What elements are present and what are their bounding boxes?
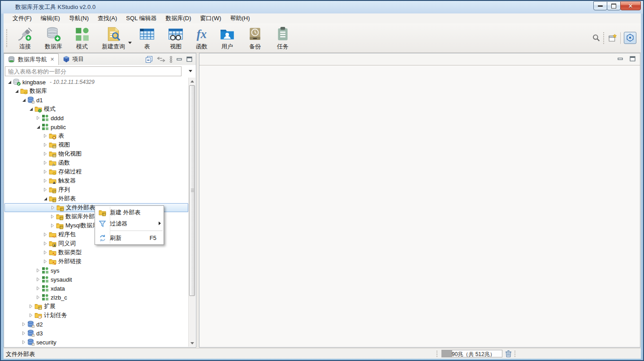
tree-row-sys[interactable]: sys — [4, 266, 188, 275]
tree-row-函数[interactable]: fx函数 — [4, 158, 188, 167]
tree-row-序列[interactable]: 序列 — [4, 185, 188, 194]
tree-scrollbar[interactable] — [188, 78, 195, 347]
menu-item[interactable]: 窗口(W) — [196, 13, 226, 23]
tree-expand-arrow-icon[interactable] — [22, 331, 26, 335]
toolbar-drag-handle[interactable] — [6, 29, 9, 47]
link-editor-icon[interactable] — [157, 57, 165, 62]
tree-expand-arrow-icon[interactable] — [36, 116, 40, 120]
tree-row-外部链接[interactable]: 外部链接 — [4, 257, 188, 266]
toolbar-new-query-button[interactable]: 新建查询 — [96, 26, 131, 51]
tree-row-数据类型[interactable]: 数据类型 — [4, 248, 188, 257]
tree-expand-arrow-icon[interactable] — [29, 313, 33, 318]
tree-row-视图[interactable]: 视图 — [4, 140, 188, 149]
toolbar-backup-button[interactable]: 备份 — [241, 26, 269, 51]
restore-button[interactable] — [607, 1, 621, 10]
tree-collapse-arrow-icon[interactable] — [43, 197, 48, 201]
tree-row-d1[interactable]: d1 — [4, 96, 188, 104]
menu-item[interactable]: SQL 编辑器 — [121, 13, 161, 23]
maximize-view-icon[interactable] — [186, 57, 192, 62]
tree-collapse-arrow-icon[interactable] — [29, 107, 33, 111]
tree-expand-arrow-icon[interactable] — [43, 259, 48, 264]
tree-expand-arrow-icon[interactable] — [36, 286, 40, 291]
menu-item[interactable]: 帮助(H) — [225, 13, 254, 23]
tree-expand-arrow-icon[interactable] — [43, 250, 48, 255]
tree-row-数据库[interactable]: 数据库 — [4, 87, 188, 96]
tab-close-icon[interactable]: ✕ — [50, 57, 54, 62]
status-drag-handle[interactable] — [437, 351, 439, 357]
menu-item[interactable]: 数据库(D) — [161, 13, 196, 23]
tree-collapse-arrow-icon[interactable] — [22, 98, 26, 102]
tree-row-物化视图[interactable]: 物化视图 — [4, 149, 188, 158]
kstudio-perspective-button[interactable] — [624, 32, 636, 44]
close-button[interactable]: ✕ — [620, 1, 641, 10]
scroll-up-button[interactable] — [189, 78, 195, 85]
scrollbar-thumb[interactable] — [189, 85, 195, 296]
context-menu-item-refresh[interactable]: 刷新F5 — [95, 232, 164, 244]
maximize-view-icon[interactable] — [630, 56, 635, 61]
toolbar-drag-handle[interactable] — [603, 32, 605, 44]
tree-row-表[interactable]: 表 — [4, 131, 188, 140]
tree-expand-arrow-icon[interactable] — [43, 232, 48, 237]
tree-expand-arrow-icon[interactable] — [43, 161, 48, 165]
tree-row-security[interactable]: security — [4, 338, 188, 347]
tree-row-计划任务[interactable]: 计划任务 — [4, 311, 188, 320]
view-menu-icon[interactable] — [169, 56, 173, 63]
tree-row-public[interactable]: public — [4, 122, 188, 131]
tree-expand-arrow-icon[interactable] — [50, 223, 55, 228]
tree-expand-arrow-icon[interactable] — [43, 152, 48, 156]
toolbar-function-button[interactable]: fx函数 — [190, 26, 213, 51]
tree-row-模式[interactable]: 模式 — [4, 104, 188, 113]
minimize-view-icon[interactable] — [177, 57, 182, 62]
toolbar-view-button[interactable]: 视图 — [161, 26, 190, 51]
tree-row-xdata[interactable]: xdata — [4, 284, 188, 293]
filter-dropdown-caret-icon[interactable] — [189, 70, 192, 72]
toolbar-task-button[interactable]: 任务 — [269, 26, 297, 51]
tab-database-nav[interactable]: 数据库导航✕ — [4, 53, 59, 65]
tree-collapse-arrow-icon[interactable] — [14, 89, 19, 93]
toolbar-user-button[interactable]: 用户 — [213, 26, 241, 51]
tree-collapse-arrow-icon[interactable] — [7, 80, 12, 84]
new-query-dropdown-caret-icon[interactable] — [128, 39, 132, 45]
toolbar-database-new-button[interactable]: 数据库 — [39, 26, 68, 51]
trash-icon[interactable] — [505, 350, 512, 357]
scroll-down-button[interactable] — [189, 339, 195, 347]
tree-row-存储过程[interactable]: 存储过程 — [4, 167, 188, 176]
tree-expand-arrow-icon[interactable] — [43, 241, 48, 246]
tree-row-d2[interactable]: d2 — [4, 320, 188, 329]
menu-item[interactable]: 文件(F) — [8, 13, 36, 23]
tree-row-d3[interactable]: d3 — [4, 329, 188, 338]
tree-expand-arrow-icon[interactable] — [43, 170, 48, 174]
tree-expand-arrow-icon[interactable] — [36, 268, 40, 273]
tree-expand-arrow-icon[interactable] — [36, 277, 40, 282]
minimize-button[interactable] — [593, 1, 607, 10]
toolbar-table-button[interactable]: 表 — [133, 26, 161, 51]
tree-expand-arrow-icon[interactable] — [51, 205, 55, 210]
collapse-all-icon[interactable] — [145, 56, 153, 63]
tree-row-dddd[interactable]: dddd — [4, 113, 188, 122]
tree-expand-arrow-icon[interactable] — [22, 322, 26, 326]
tree-row-外部表[interactable]: 外部表 — [4, 194, 188, 203]
table-filter-input[interactable] — [5, 66, 182, 76]
tree-collapse-arrow-icon[interactable] — [36, 125, 40, 129]
tree-expand-arrow-icon[interactable] — [29, 304, 33, 309]
menu-item[interactable]: 编辑(E) — [36, 13, 65, 23]
tree-row-触发器[interactable]: 触发器 — [4, 176, 188, 185]
minimize-view-icon[interactable] — [618, 56, 623, 61]
context-menu-item-folder-new[interactable]: 新建 外部表 — [95, 207, 164, 218]
toolbar-schema-new-button[interactable]: 模式 — [68, 26, 96, 51]
menu-item[interactable]: 导航(N) — [65, 13, 93, 23]
status-drag-handle[interactable] — [514, 351, 517, 357]
tree-expand-arrow-icon[interactable] — [36, 295, 40, 300]
tree-expand-arrow-icon[interactable] — [22, 340, 26, 344]
tab-project-cube[interactable]: 项目 — [59, 53, 88, 65]
tree-row-扩展[interactable]: 扩展 — [4, 302, 188, 311]
tree-expand-arrow-icon[interactable] — [43, 187, 48, 192]
open-perspective-icon[interactable] — [609, 34, 617, 42]
tree-row-zlzb_c[interactable]: zlzb_c — [4, 293, 188, 302]
tree-expand-arrow-icon[interactable] — [43, 134, 48, 138]
tree-expand-arrow-icon[interactable] — [43, 143, 48, 147]
toolbar-connection-new-button[interactable]: 连接 — [11, 26, 39, 51]
tree-expand-arrow-icon[interactable] — [43, 178, 48, 183]
tree-row-sysaudit[interactable]: sysaudit — [4, 275, 188, 284]
tree-expand-arrow-icon[interactable] — [50, 214, 55, 219]
